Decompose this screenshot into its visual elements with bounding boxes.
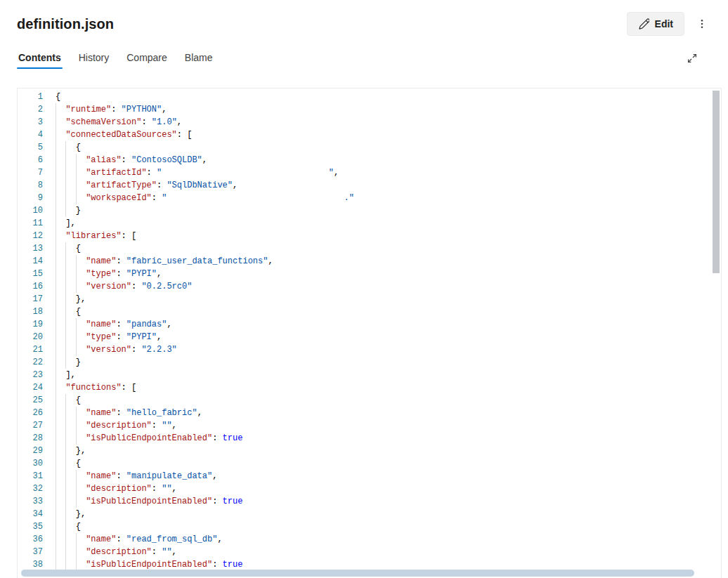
code-token: "version" bbox=[86, 345, 131, 355]
vertical-scrollbar-thumb[interactable] bbox=[713, 91, 720, 273]
code-token: : bbox=[116, 269, 126, 279]
edit-button[interactable]: Edit bbox=[627, 12, 684, 36]
code-line: "type": "PYPI", bbox=[56, 268, 721, 280]
indent-guide bbox=[56, 242, 65, 255]
indent-guide bbox=[65, 432, 75, 445]
line-number: 27 bbox=[18, 419, 43, 432]
code-line: "type": "PYPI", bbox=[56, 331, 721, 343]
code-token: }, bbox=[76, 294, 86, 304]
code-lines[interactable]: {"runtime": "PYTHON","schemaVersion": "1… bbox=[56, 88, 721, 578]
horizontal-scrollbar-thumb[interactable] bbox=[21, 570, 694, 577]
code-token: true bbox=[223, 497, 243, 506]
edit-button-label: Edit bbox=[655, 18, 673, 29]
code-token: "PYPI" bbox=[126, 332, 157, 342]
indent-guide bbox=[65, 343, 75, 356]
indent-guide bbox=[65, 192, 75, 204]
code-token: : bbox=[212, 497, 222, 506]
header-actions: Edit bbox=[627, 12, 714, 36]
code-token: "description" bbox=[86, 484, 152, 494]
code-token: "artifactType" bbox=[86, 180, 157, 190]
indent-guide bbox=[76, 470, 86, 482]
line-number: 1 bbox=[18, 91, 43, 103]
indent-guide bbox=[56, 318, 65, 331]
code-token: : bbox=[131, 345, 141, 355]
code-line: "alias": "ContosoSQLDB", bbox=[56, 154, 721, 166]
code-line: "name": "read_from_sql_db", bbox=[56, 533, 721, 546]
code-token: "pandas" bbox=[126, 320, 167, 329]
code-line: "artifactId": " ", bbox=[56, 166, 721, 179]
indent-guide bbox=[56, 343, 65, 356]
indent-guide bbox=[56, 381, 65, 394]
line-number: 12 bbox=[18, 230, 43, 242]
horizontal-scrollbar[interactable] bbox=[18, 569, 711, 578]
code-token: , bbox=[172, 484, 177, 494]
code-token: "version" bbox=[86, 282, 131, 291]
line-number: 15 bbox=[18, 268, 43, 280]
indent-guide bbox=[76, 546, 86, 558]
more-actions-button[interactable] bbox=[690, 12, 714, 36]
code-line: ], bbox=[56, 217, 721, 230]
line-number: 34 bbox=[18, 508, 43, 520]
fullscreen-toggle-button[interactable] bbox=[682, 48, 703, 69]
code-token: : bbox=[131, 282, 141, 291]
indent-guide bbox=[76, 280, 86, 293]
line-number: 24 bbox=[18, 381, 43, 394]
line-number-gutter: 1234567891011121314151617181920212223242… bbox=[18, 88, 56, 578]
line-number: 21 bbox=[18, 343, 43, 356]
code-token: " " bbox=[157, 168, 334, 178]
code-token: "artifactId" bbox=[86, 168, 146, 178]
code-token: : bbox=[111, 105, 121, 114]
indent-guide bbox=[76, 255, 86, 268]
indent-guide bbox=[76, 166, 86, 179]
file-view-tabbar: Contents History Compare Blame bbox=[0, 46, 728, 72]
indent-guide bbox=[56, 356, 65, 369]
code-line: "name": "hello_fabric", bbox=[56, 407, 721, 419]
code-token: "1.0" bbox=[152, 117, 177, 127]
line-number: 2 bbox=[18, 103, 43, 116]
code-token: , bbox=[167, 320, 171, 329]
code-line: { bbox=[56, 91, 721, 103]
line-number: 31 bbox=[18, 470, 43, 482]
indent-guide bbox=[76, 343, 86, 356]
indent-guide bbox=[56, 495, 65, 508]
pencil-icon bbox=[638, 18, 649, 29]
indent-guide bbox=[65, 356, 75, 369]
indent-guide bbox=[76, 318, 86, 331]
code-token: : bbox=[116, 320, 126, 329]
code-token: "isPublicEndpointEnabled" bbox=[86, 560, 212, 570]
code-editor[interactable]: 1234567891011121314151617181920212223242… bbox=[17, 88, 722, 578]
code-token: : bbox=[147, 168, 157, 178]
indent-guide bbox=[56, 255, 65, 268]
tab-blame[interactable]: Blame bbox=[183, 46, 214, 72]
code-line: "workspaceId": " ." bbox=[56, 192, 721, 204]
indent-guide bbox=[65, 242, 75, 255]
indent-guide bbox=[65, 141, 75, 154]
code-token: ], bbox=[65, 218, 75, 228]
vertical-scrollbar[interactable] bbox=[711, 89, 720, 569]
code-token: : bbox=[212, 560, 222, 570]
code-token: : bbox=[116, 534, 126, 544]
indent-guide bbox=[56, 141, 65, 154]
code-token: { bbox=[76, 522, 81, 532]
code-line: "description": "", bbox=[56, 482, 721, 495]
tab-contents[interactable]: Contents bbox=[17, 46, 63, 72]
code-token: , bbox=[177, 117, 182, 127]
code-token: "connectedDataSources" bbox=[65, 130, 176, 140]
code-token: "" bbox=[162, 421, 171, 431]
tab-compare[interactable]: Compare bbox=[125, 46, 169, 72]
line-number: 19 bbox=[18, 318, 43, 331]
indent-guide bbox=[56, 419, 65, 432]
indent-guide bbox=[76, 268, 86, 280]
line-number: 10 bbox=[18, 204, 43, 217]
indent-guide bbox=[76, 407, 86, 419]
indent-guide bbox=[56, 129, 65, 141]
indent-guide bbox=[65, 293, 75, 306]
indent-guide bbox=[65, 520, 75, 533]
tab-history[interactable]: History bbox=[77, 46, 111, 72]
code-line: { bbox=[56, 520, 721, 533]
indent-guide bbox=[65, 204, 75, 217]
indent-guide bbox=[56, 331, 65, 343]
more-vertical-icon bbox=[696, 18, 708, 29]
code-line: "description": "", bbox=[56, 546, 721, 558]
code-token: "0.2.5rc0" bbox=[141, 282, 192, 291]
